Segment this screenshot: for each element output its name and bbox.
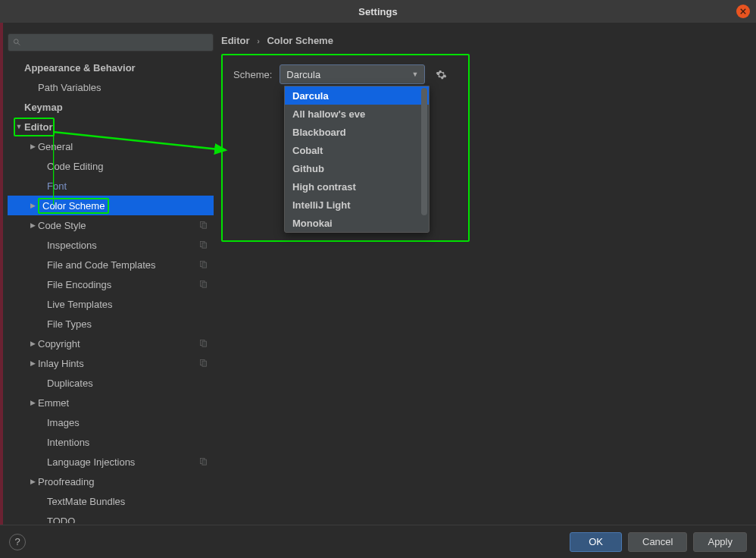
tree-item-label: File Encodings	[47, 279, 111, 290]
cancel-button[interactable]: Cancel	[628, 532, 687, 552]
svg-rect-5	[202, 243, 207, 248]
footer: ? OK Cancel Apply	[0, 525, 756, 558]
svg-line-1	[17, 43, 20, 45]
scheme-settings-button[interactable]	[433, 66, 449, 83]
tree-item-label: File and Code Templates	[47, 259, 156, 271]
dropdown-option[interactable]: Github	[285, 159, 429, 177]
per-project-icon	[199, 279, 208, 290]
tree-item[interactable]: Inspections	[8, 235, 214, 255]
dropdown-option[interactable]: Cobalt	[285, 141, 429, 159]
tree-item-label: Images	[47, 417, 80, 428]
window-edge	[0, 23, 3, 558]
help-button[interactable]: ?	[9, 534, 26, 550]
close-button[interactable]	[736, 5, 750, 18]
dropdown-scrollbar[interactable]	[421, 88, 427, 215]
footer-buttons: OK Cancel Apply	[570, 532, 747, 552]
tree-item-label: Code Style	[38, 220, 86, 231]
tree-item-label: Inlay Hints	[38, 358, 84, 369]
tree-arrow-icon: ▶	[29, 478, 36, 485]
tree-item[interactable]: ▶Emmet	[8, 393, 214, 412]
tree-item-label: Live Templates	[47, 299, 112, 310]
tree-item[interactable]: File Types	[8, 314, 214, 334]
scheme-row: Scheme: Darcula ▼	[233, 64, 458, 84]
svg-rect-3	[202, 223, 207, 228]
tree-item-label: Emmet	[38, 397, 69, 409]
tree-item-label: Path Variables	[38, 82, 102, 93]
dropdown-option[interactable]: Darcula	[285, 86, 429, 105]
tree-item[interactable]: ▶Copyright	[8, 334, 214, 353]
tree-item-label: File Types	[47, 318, 92, 330]
tree-item[interactable]: ▶Proofreading	[8, 472, 214, 491]
dropdown-option[interactable]: IntelliJ Light	[285, 196, 429, 214]
svg-rect-15	[202, 459, 207, 465]
chevron-down-icon: ▼	[411, 71, 418, 78]
tree-item-label: General	[38, 141, 73, 152]
breadcrumb-parent: Editor	[221, 35, 250, 46]
tree-item[interactable]: ▶Inlay Hints	[8, 353, 214, 373]
per-project-icon	[199, 259, 208, 271]
tree-item[interactable]: Code Editing	[8, 156, 214, 176]
dropdown-option[interactable]: High contrast	[285, 177, 429, 196]
tree-arrow-icon: ▶	[29, 221, 36, 229]
tree-item-label: Font	[47, 180, 67, 192]
search-icon	[13, 38, 21, 47]
scheme-dropdown-list[interactable]: DarculaAll hallow's eveBlackboardCobaltG…	[284, 86, 430, 233]
tree-item[interactable]: ▶Code Style	[8, 215, 214, 235]
tree-item[interactable]: File Encodings	[8, 274, 214, 294]
tree-item[interactable]: Path Variables	[8, 77, 214, 97]
dropdown-option[interactable]: Blackboard	[285, 123, 429, 141]
search-input[interactable]	[24, 37, 208, 48]
tree-item-label: Intentions	[47, 437, 89, 448]
tree-item[interactable]: ▼Editor	[8, 117, 214, 136]
scheme-dropdown[interactable]: Darcula ▼	[280, 64, 425, 84]
tree-item[interactable]: TODO	[8, 511, 214, 523]
tree-arrow-icon: ▶	[29, 202, 36, 209]
per-project-icon	[199, 338, 208, 350]
per-project-icon	[199, 358, 208, 369]
tree-item[interactable]: ▶General	[8, 136, 214, 156]
tree-item-label: Proofreading	[38, 476, 94, 487]
tree-item[interactable]: ▶Color Scheme	[8, 196, 214, 215]
per-project-icon	[199, 240, 208, 251]
breadcrumb-separator: ›	[257, 36, 260, 45]
tree-item[interactable]: Keymap	[8, 97, 214, 117]
search-box[interactable]	[8, 33, 214, 52]
per-project-icon	[199, 220, 208, 231]
tree-arrow-icon: ▶	[29, 399, 36, 406]
tree-item-label: Code Editing	[47, 161, 103, 172]
tree-item[interactable]: Images	[8, 412, 214, 432]
tree-item[interactable]: Appearance & Behavior	[8, 58, 214, 77]
svg-point-0	[14, 39, 18, 44]
tree-item-label: Inspections	[47, 240, 97, 251]
tree-item[interactable]: Intentions	[8, 432, 214, 452]
tree-item-label: TextMate Bundles	[47, 496, 125, 507]
tree-item[interactable]: Duplicates	[8, 373, 214, 393]
svg-rect-13	[202, 361, 207, 366]
tree-item-label: TODO	[47, 516, 75, 524]
tree-item[interactable]: TextMate Bundles	[8, 491, 214, 511]
tree-arrow-icon: ▶	[29, 143, 36, 150]
content-area: Appearance & BehaviorPath VariablesKeyma…	[0, 23, 756, 523]
per-project-icon	[199, 456, 208, 468]
tree-arrow-icon: ▼	[15, 123, 23, 130]
tree-item[interactable]: File and Code Templates	[8, 255, 214, 274]
svg-rect-9	[202, 282, 207, 287]
tree-item[interactable]: Language Injections	[8, 452, 214, 472]
dropdown-option[interactable]: Monokai	[285, 214, 429, 232]
close-icon	[740, 8, 746, 14]
tree-item[interactable]: Font	[8, 176, 214, 196]
svg-rect-7	[202, 262, 207, 268]
apply-button[interactable]: Apply	[693, 532, 747, 552]
tree-item[interactable]: Live Templates	[8, 294, 214, 314]
tree-item-label: Keymap	[24, 102, 63, 113]
gear-icon	[436, 69, 447, 80]
scheme-label: Scheme:	[233, 69, 272, 80]
settings-tree[interactable]: Appearance & BehaviorPath VariablesKeyma…	[8, 58, 214, 523]
tree-arrow-icon: ▶	[29, 359, 36, 367]
dropdown-option[interactable]: All hallow's eve	[285, 105, 429, 123]
breadcrumb: Editor › Color Scheme	[221, 33, 748, 54]
tree-item-label: Duplicates	[47, 378, 93, 389]
tree-item-label: Language Injections	[47, 456, 135, 468]
window-title: Settings	[358, 6, 397, 17]
ok-button[interactable]: OK	[570, 532, 622, 552]
